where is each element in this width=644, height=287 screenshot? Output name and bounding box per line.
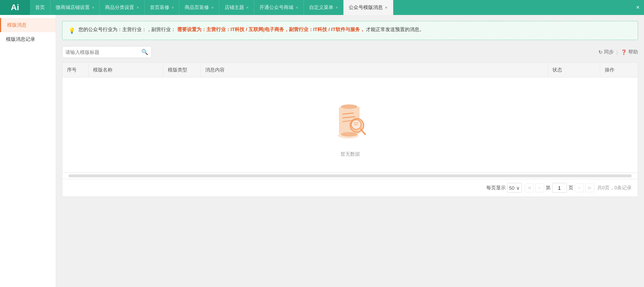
prev-page-button[interactable]: ‹ (535, 183, 544, 192)
close-all-button[interactable]: × (632, 4, 644, 11)
notice-text: 您的公众号行业为：主营行业：，副营行业： 需要设置为：主营行业：IT科技 / 互… (78, 26, 424, 34)
close-tab-product-dec[interactable]: × (211, 5, 213, 10)
help-label: 帮助 (628, 49, 638, 55)
col-header-type: 模版类型 (163, 63, 201, 77)
content-area: 💡 您的公众号行业为：主营行业：，副营行业： 需要设置为：主营行业：IT科技 /… (56, 15, 644, 287)
svg-point-1 (341, 104, 357, 109)
help-icon: ❓ (621, 49, 627, 55)
nav-tab-home[interactable]: 首页 (30, 0, 50, 15)
page-navigation: ⊲ ‹ 第 页 › ⊳ (525, 183, 594, 193)
sidebar: 模版消息模版消息记录 (0, 15, 56, 287)
col-header-name: 模版名称 (89, 63, 163, 77)
svg-line-9 (354, 123, 358, 123)
search-input[interactable] (65, 49, 141, 55)
empty-state: 暂无数据 (62, 77, 638, 172)
close-tab-open-mall[interactable]: × (296, 5, 298, 10)
nav-tabs: 首页微商城店铺设置×商品分类设置×首页装修×商品页装修×店铺主题×开通公众号商城… (30, 0, 632, 15)
page-total: 共0页，0条记录 (597, 184, 632, 191)
empty-illustration (328, 100, 373, 145)
search-button[interactable]: 🔍 (141, 49, 148, 55)
page-size-value: 50 (509, 185, 514, 191)
sync-icon: ↻ (598, 49, 603, 55)
sidebar-item-template-msg[interactable]: 模版消息 (0, 18, 56, 32)
data-table: 序号 模版名称 模版类型 消息内容 状态 操作 (62, 62, 638, 197)
nav-tab-category[interactable]: 商品分类设置× (100, 0, 144, 15)
page-size-dropdown[interactable]: 50 ∨ (507, 183, 521, 193)
search-input-wrap[interactable]: 🔍 (62, 46, 152, 58)
sync-button[interactable]: ↻ 同步 (598, 49, 614, 55)
current-page-input[interactable] (552, 183, 567, 193)
close-tab-template-msg[interactable]: × (385, 5, 387, 10)
col-header-status: 状态 (548, 63, 600, 77)
sync-label: 同步 (604, 49, 614, 55)
notice-banner: 💡 您的公众号行业为：主营行业：，副营行业： 需要设置为：主营行业：IT科技 /… (62, 21, 638, 40)
nav-tab-custom-menu[interactable]: 自定义菜单× (304, 0, 343, 15)
toolbar-right: ↻ 同步 | ❓ 帮助 (598, 49, 638, 55)
close-tab-shop-theme[interactable]: × (246, 5, 249, 10)
nav-tab-shop-theme[interactable]: 店铺主题× (219, 0, 254, 15)
nav-tab-template-msg[interactable]: 公众号模版消息× (343, 0, 393, 15)
nav-tab-open-mall[interactable]: 开通公众号商城× (254, 0, 303, 15)
close-tab-homepage-dec[interactable]: × (172, 5, 174, 10)
col-header-action: 操作 (600, 63, 638, 77)
help-button[interactable]: ❓ 帮助 (621, 49, 638, 55)
brand-logo: Ai (0, 0, 30, 15)
nav-tab-product-dec[interactable]: 商品页装修× (179, 0, 219, 15)
table-header: 序号 模版名称 模版类型 消息内容 状态 操作 (62, 63, 638, 77)
page-size-label: 每页显示 (486, 184, 506, 191)
svg-line-8 (361, 129, 365, 134)
close-tab-wechat-shop[interactable]: × (92, 5, 94, 10)
notice-highlight: 需要设置为：主营行业：IT科技 / 互联网|电子商务，副营行业：IT科技 / I… (177, 27, 365, 32)
sidebar-item-template-msg-record[interactable]: 模版消息记录 (0, 32, 56, 46)
last-page-button[interactable]: ⊳ (585, 183, 594, 192)
page-size-select: 每页显示 50 ∨ (486, 183, 521, 193)
search-row: 🔍 ↻ 同步 | ❓ 帮助 (62, 46, 638, 58)
main-layout: 模版消息模版消息记录 💡 您的公众号行业为：主营行业：，副营行业： 需要设置为：… (0, 15, 644, 287)
close-tab-category[interactable]: × (136, 5, 139, 10)
next-page-button[interactable]: › (575, 183, 584, 192)
first-page-button[interactable]: ⊲ (525, 183, 534, 192)
close-tab-custom-menu[interactable]: × (336, 5, 338, 10)
empty-text: 暂无数据 (341, 151, 360, 158)
page-suffix: 页 (568, 184, 573, 191)
svg-point-2 (341, 132, 357, 137)
top-nav-bar: Ai 首页微商城店铺设置×商品分类设置×首页装修×商品页装修×店铺主题×开通公众… (0, 0, 644, 15)
col-header-seq: 序号 (62, 63, 89, 77)
col-header-content: 消息内容 (201, 63, 548, 77)
svg-line-10 (354, 125, 358, 125)
toolbar-divider: | (617, 49, 618, 55)
scrollbar-row (62, 172, 638, 179)
pagination: 每页显示 50 ∨ ⊲ ‹ 第 页 › ⊳ 共0页，0条记录 (62, 179, 638, 196)
nav-tab-homepage-dec[interactable]: 首页装修× (145, 0, 179, 15)
horizontal-scrollbar[interactable] (68, 174, 632, 177)
nav-tab-wechat-shop[interactable]: 微商城店铺设置× (50, 0, 100, 15)
page-prefix: 第 (546, 184, 551, 191)
page-size-chevron: ∨ (516, 185, 520, 191)
notice-icon: 💡 (68, 26, 76, 35)
